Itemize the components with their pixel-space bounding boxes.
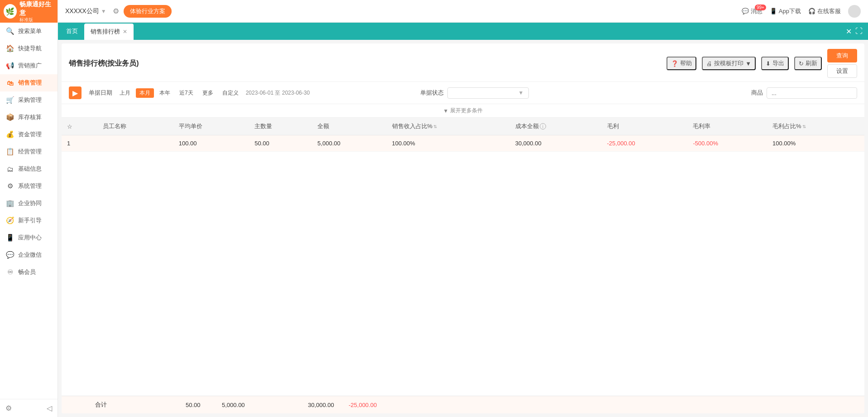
date-range: 2023-06-01 至 2023-06-30: [246, 89, 310, 97]
main-area: XXXXX公司 ▼ ⚙ 体验行业方案 💬 消息 99+ 📱 App下载 🎧 在线…: [58, 0, 868, 417]
header-right: 💬 消息 99+ 📱 App下载 🎧 在线客服: [742, 5, 861, 18]
cell-amount: 5,000.00: [312, 135, 386, 152]
footer-amount: 5,000.00: [216, 402, 257, 408]
app-download-button[interactable]: 📱 App下载: [770, 7, 801, 15]
sidebar-item-finance[interactable]: 💰资金管理: [0, 126, 58, 143]
app-download-icon: 📱: [770, 8, 777, 14]
company-name: XXXXX公司: [65, 7, 99, 15]
member-icon: ♾: [5, 268, 14, 276]
table-header: ☆员工名称平均单价主数量全额销售收入占比%⇅成本全额i毛利毛利率毛利占比%⇅: [62, 118, 864, 135]
company-selector[interactable]: XXXXX公司 ▼: [65, 7, 106, 15]
company-dropdown-arrow: ▼: [101, 8, 106, 14]
cost-info-icon[interactable]: i: [540, 123, 546, 129]
inner-page: 销售排行榜(按业务员) ❓ 帮助 🖨 按模板打印 ▼ ⬇ 导出: [62, 43, 864, 413]
goods-dropdown-value: ...: [772, 90, 777, 96]
sidebar-item-enterprise[interactable]: 🏢企业协同: [0, 195, 58, 212]
filter-toggle-button[interactable]: ▶: [69, 86, 82, 99]
settings-button[interactable]: 设置: [827, 64, 857, 78]
system-icon: ⚙: [5, 182, 14, 190]
footer-total-label: 合计: [90, 401, 144, 409]
tab-sales-ranking[interactable]: 销售排行榜 ✕: [84, 24, 134, 40]
sidebar-item-label: 系统管理: [18, 182, 42, 190]
status-dropdown-arrow: ▼: [518, 90, 524, 96]
help-button[interactable]: ❓ 帮助: [667, 57, 696, 70]
help-icon: ❓: [671, 60, 678, 67]
tabs-bar: 首页 销售排行榜 ✕ ✕ ⛶: [58, 23, 868, 40]
date-tab-近7天[interactable]: 近7天: [176, 88, 197, 98]
status-dropdown[interactable]: ▼: [447, 87, 529, 99]
tab-expand-icon[interactable]: ⛶: [855, 27, 863, 35]
sidebar-logo: 🌿 畅康通好生意 标准版: [0, 0, 58, 23]
sidebar-item-label: 畅会员: [18, 268, 36, 276]
tabs-bar-actions: ✕ ⛶: [846, 27, 866, 36]
sidebar-item-app-center[interactable]: 📱应用中心: [0, 229, 58, 246]
export-button[interactable]: ⬇ 导出: [761, 57, 789, 70]
sidebar-item-basic-info[interactable]: 🗂基础信息: [0, 160, 58, 177]
avatar[interactable]: [848, 5, 861, 18]
print-button[interactable]: 🖨 按模板打印 ▼: [702, 57, 756, 70]
date-filter-label: 单据日期: [89, 89, 112, 97]
marketing-icon: 📢: [5, 62, 14, 70]
online-service-button[interactable]: 🎧 在线客服: [808, 7, 841, 15]
date-tab-上月[interactable]: 上月: [116, 88, 134, 98]
page-header: 销售排行榜(按业务员) ❓ 帮助 🖨 按模板打印 ▼ ⬇ 导出: [62, 43, 864, 82]
col-header-gross_ratio[interactable]: 毛利占比%⇅: [767, 118, 864, 135]
top-header: XXXXX公司 ▼ ⚙ 体验行业方案 💬 消息 99+ 📱 App下载 🎧 在线…: [58, 0, 868, 23]
sidebar-item-operations[interactable]: 📋经营管理: [0, 143, 58, 160]
goods-dropdown[interactable]: ...: [767, 87, 857, 99]
header-settings-icon[interactable]: ⚙: [113, 7, 119, 15]
tab-close-icon[interactable]: ✕: [123, 29, 127, 35]
date-tab-更多[interactable]: 更多: [199, 88, 217, 98]
app-center-icon: 📱: [5, 234, 14, 242]
sidebar-item-marketing[interactable]: 📢营销推广: [0, 57, 58, 74]
app-logo-text: 畅康通好生意 标准版: [19, 0, 54, 22]
tab-home[interactable]: 首页: [60, 23, 84, 40]
settings-icon[interactable]: ⚙: [5, 404, 12, 412]
page-content: 销售排行榜(按业务员) ❓ 帮助 🖨 按模板打印 ▼ ⬇ 导出: [58, 40, 868, 417]
sidebar-item-sales[interactable]: 🛍销售管理: [0, 74, 58, 91]
date-tab-本年[interactable]: 本年: [156, 88, 174, 98]
finance-icon: 💰: [5, 130, 14, 139]
cell-sales-ratio: 100.00%: [387, 135, 510, 152]
date-tab-自定义[interactable]: 自定义: [219, 88, 242, 98]
sidebar-item-label: 新手引导: [18, 216, 42, 225]
sidebar-item-system[interactable]: ⚙系统管理: [0, 177, 58, 195]
message-button[interactable]: 💬 消息 99+: [742, 7, 762, 15]
trial-button[interactable]: 体验行业方案: [124, 5, 172, 18]
status-filter-group: 单据状态 ▼: [420, 87, 744, 99]
cell-gross: -25,000.00: [602, 135, 688, 152]
message-badge: 99+: [755, 5, 766, 10]
sort-icon-gross_ratio[interactable]: ⇅: [802, 124, 806, 129]
sidebar-item-label: 搜索菜单: [18, 27, 42, 35]
export-icon: ⬇: [766, 60, 771, 67]
guide-icon: 🧭: [5, 216, 14, 225]
sidebar-item-purchase[interactable]: 🛒采购管理: [0, 91, 58, 109]
date-tab-本月[interactable]: 本月: [136, 88, 154, 98]
inventory-icon: 📦: [5, 113, 14, 121]
page-title: 销售排行榜(按业务员): [69, 59, 139, 68]
tab-close-all-icon[interactable]: ✕: [846, 27, 852, 36]
cell-cost: 30,000.00: [510, 135, 602, 152]
sidebar-item-search[interactable]: 🔍搜索菜单: [0, 23, 58, 40]
sidebar-item-member[interactable]: ♾畅会员: [0, 264, 58, 281]
collapse-icon[interactable]: ◁: [47, 404, 52, 412]
page-actions: ❓ 帮助 🖨 按模板打印 ▼ ⬇ 导出 ↻ 刷新: [667, 49, 857, 78]
sidebar-item-guide[interactable]: 🧭新手引导: [0, 212, 58, 229]
sidebar-item-quick-nav[interactable]: 🏠快捷导航: [0, 40, 58, 57]
refresh-button[interactable]: ↻ 刷新: [794, 57, 822, 70]
sidebar-item-inventory[interactable]: 📦库存核算: [0, 109, 58, 126]
query-button[interactable]: 查询: [827, 49, 857, 62]
sidebar-footer: ⚙ ◁: [0, 399, 58, 417]
print-icon: 🖨: [706, 60, 712, 67]
expand-conditions-button[interactable]: ▼ 展开更多条件: [439, 106, 488, 115]
sales-icon: 🛍: [5, 79, 14, 87]
sort-icon-sales_ratio[interactable]: ⇅: [433, 124, 437, 129]
sidebar-nav: 🔍搜索菜单🏠快捷导航📢营销推广🛍销售管理🛒采购管理📦库存核算💰资金管理📋经营管理…: [0, 23, 58, 399]
print-dropdown-arrow: ▼: [745, 60, 751, 67]
col-header-sales_ratio[interactable]: 销售收入占比%⇅: [387, 118, 510, 135]
table-body: 1100.0050.005,000.00100.00%30,000.00-25,…: [62, 135, 864, 152]
footer-quantity: 50.00: [180, 402, 216, 408]
sidebar-item-wechat[interactable]: 💬企业微信: [0, 246, 58, 264]
sidebar-item-label: 企业协同: [18, 199, 42, 207]
table-area: ☆员工名称平均单价主数量全额销售收入占比%⇅成本全额i毛利毛利率毛利占比%⇅ 1…: [62, 118, 864, 396]
